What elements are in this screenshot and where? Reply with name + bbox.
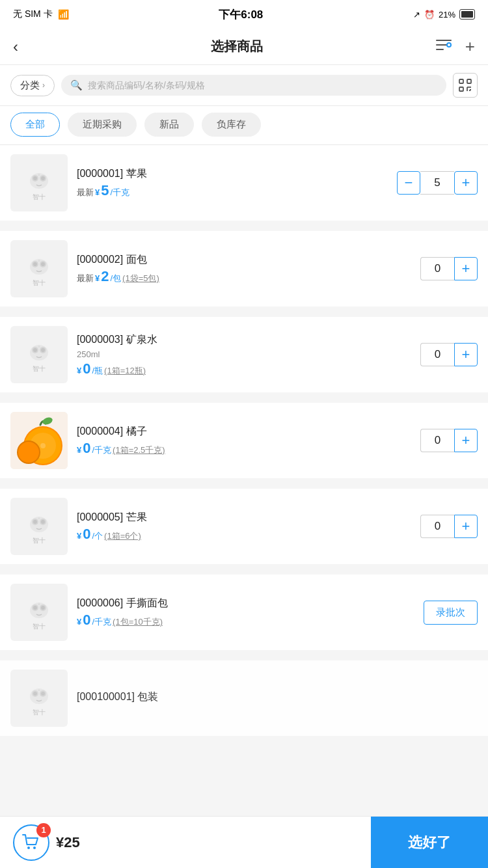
product-thumb: 智十: [10, 584, 68, 641]
product-item-0000004: [0000004] 橘子 ¥ 0 /千克 (1箱=2.5千克) +: [0, 403, 488, 478]
svg-point-26: [33, 348, 37, 352]
product-price-row: ¥ 0 /千克 (1箱=2.5千克): [77, 441, 411, 456]
cart-section: 1 ¥25: [0, 824, 371, 861]
back-button[interactable]: ‹: [13, 38, 39, 56]
qty-minus-button[interactable]: −: [397, 171, 420, 195]
owl-placeholder-icon: 智十: [25, 336, 53, 373]
price-unit-sub: (1袋=5包): [122, 273, 159, 284]
cart-total: ¥25: [56, 834, 80, 851]
qty-input[interactable]: [420, 429, 454, 452]
product-item-0000002: 智十 [0000002] 面包 最新 ¥ 2 /包 (1袋=5包) +: [0, 231, 488, 306]
product-item-0000006: 智十 [0000006] 手撕面包 ¥ 0 /千克 (1包=10千克) 录批次: [0, 575, 488, 650]
product-item-0000005: 智十 [0000005] 芒果 ¥ 0 /个 (1箱=6个) +: [0, 489, 488, 564]
tab-negative[interactable]: 负库存: [202, 113, 261, 137]
tab-new[interactable]: 新品: [144, 113, 194, 137]
cart-badge: 1: [36, 823, 51, 837]
tab-all[interactable]: 全部: [10, 113, 60, 137]
search-input[interactable]: [88, 80, 437, 90]
chevron-right-icon: ›: [42, 81, 45, 90]
product-spec: 250ml: [77, 349, 411, 359]
svg-point-21: [41, 262, 45, 266]
scan-button[interactable]: [453, 73, 478, 98]
product-thumb: 智十: [10, 498, 68, 555]
category-button[interactable]: 分类 ›: [10, 75, 55, 96]
price-currency: ¥: [95, 273, 100, 283]
category-label: 分类: [20, 79, 40, 92]
product-info: [0000005] 芒果 ¥ 0 /个 (1箱=6个): [77, 511, 411, 542]
qty-control: +: [420, 515, 478, 538]
svg-point-40: [33, 520, 37, 524]
status-bar: 无 SIM 卡 📶 下午6:08 ↗ ⏰ 21%: [0, 0, 488, 29]
price-unit: /千克: [92, 616, 111, 628]
price-value: 2: [101, 269, 109, 284]
product-name: [0000001] 苹果: [77, 167, 388, 181]
qty-input[interactable]: [420, 257, 454, 280]
owl-placeholder-icon: 智十: [25, 593, 53, 631]
price-unit-sub: (1箱=2.5千克): [113, 444, 165, 456]
svg-point-34: [18, 442, 39, 463]
search-icon: 🔍: [70, 79, 83, 91]
nav-actions: +: [435, 36, 475, 57]
price-unit: /瓶: [92, 365, 103, 377]
product-name: [0000005] 芒果: [77, 511, 411, 524]
status-left: 无 SIM 卡 📶: [13, 8, 69, 20]
page-title: 选择商品: [211, 38, 263, 55]
product-info: [0000002] 面包 最新 ¥ 2 /包 (1袋=5包): [77, 253, 411, 284]
qty-input[interactable]: [420, 171, 454, 195]
qty-plus-button[interactable]: +: [454, 257, 478, 280]
product-name: [000100001] 包装: [77, 690, 478, 704]
product-item-0000003: 智十 [0000003] 矿泉水 250ml ¥ 0 /瓶 (1箱=12瓶) +: [0, 317, 488, 392]
qty-control: +: [420, 257, 478, 280]
cart-button[interactable]: 1: [13, 824, 49, 861]
owl-placeholder-icon: 智十: [25, 508, 53, 545]
carrier-label: 无 SIM 卡: [13, 8, 53, 20]
bottom-bar: 1 ¥25 选好了: [0, 816, 488, 868]
cart-icon: [22, 834, 40, 851]
svg-point-55: [27, 847, 30, 849]
add-icon[interactable]: +: [465, 36, 475, 57]
battery-icon: [459, 9, 475, 20]
product-item-0000001: 智十 [0000001] 苹果 最新 ¥ 5 /千克 − +: [0, 145, 488, 221]
tab-recent[interactable]: 近期采购: [68, 113, 137, 137]
svg-point-27: [41, 348, 45, 352]
qty-plus-button[interactable]: +: [454, 515, 478, 538]
orange-image: [10, 412, 68, 469]
product-thumb: 智十: [10, 154, 68, 211]
qty-control: − +: [397, 171, 478, 195]
price-value: 5: [101, 183, 109, 198]
batch-button[interactable]: 录批次: [424, 601, 478, 625]
qty-input[interactable]: [420, 515, 454, 538]
qty-plus-button[interactable]: +: [454, 171, 478, 195]
svg-point-14: [33, 176, 37, 180]
svg-point-47: [41, 606, 45, 610]
product-info: [0000003] 矿泉水 250ml ¥ 0 /瓶 (1箱=12瓶): [77, 333, 411, 377]
price-currency: ¥: [77, 617, 81, 627]
price-currency: ¥: [77, 366, 81, 375]
product-thumb: 智十: [10, 326, 68, 383]
svg-point-46: [33, 606, 37, 610]
qty-input[interactable]: [420, 343, 454, 366]
price-value: 0: [83, 362, 90, 376]
filter-icon[interactable]: [435, 38, 452, 56]
filter-tabs: 全部 近期采购 新品 负库存: [0, 106, 488, 145]
product-thumb: [10, 412, 68, 469]
nav-bar: ‹ 选择商品 +: [0, 29, 488, 65]
confirm-button[interactable]: 选好了: [371, 817, 488, 869]
svg-point-3: [447, 43, 451, 47]
status-time: 下午6:08: [219, 7, 263, 22]
search-bar: 分类 › 🔍: [0, 65, 488, 106]
qty-control: +: [420, 343, 478, 366]
svg-point-53: [41, 692, 45, 696]
location-icon: ↗: [413, 10, 420, 20]
svg-point-20: [33, 262, 37, 266]
price-value: 0: [83, 613, 90, 627]
product-price-row: 最新 ¥ 2 /包 (1袋=5包): [77, 269, 411, 284]
price-currency: ¥: [77, 531, 81, 541]
qty-plus-button[interactable]: +: [454, 343, 478, 366]
price-unit: /千克: [92, 444, 111, 456]
qty-plus-button[interactable]: +: [454, 429, 478, 452]
product-info: [0000004] 橘子 ¥ 0 /千克 (1箱=2.5千克): [77, 425, 411, 456]
owl-placeholder-icon: 智十: [25, 250, 53, 288]
svg-rect-6: [459, 87, 463, 91]
battery-label: 21%: [439, 10, 455, 20]
